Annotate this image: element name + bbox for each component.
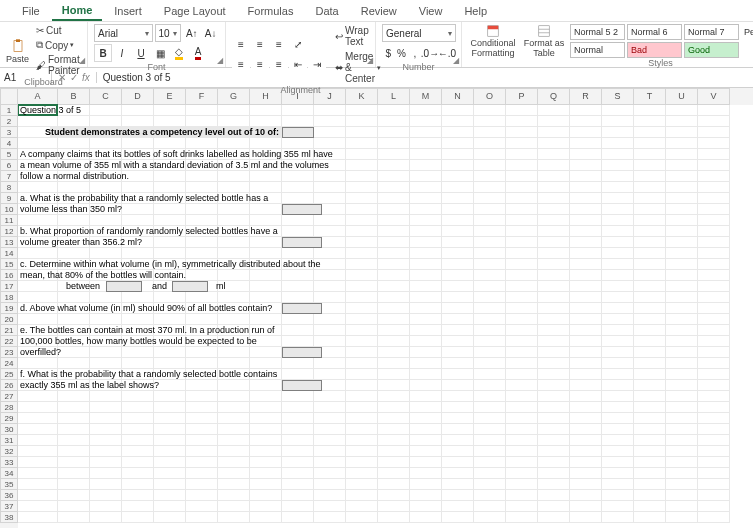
row-header-25[interactable]: 25 (0, 369, 18, 380)
shrink-font-button[interactable]: A↓ (202, 24, 219, 42)
row-header-18[interactable]: 18 (0, 292, 18, 303)
row-header-15[interactable]: 15 (0, 259, 18, 270)
row-header-20[interactable]: 20 (0, 314, 18, 325)
row-header-6[interactable]: 6 (0, 160, 18, 171)
col-header-V[interactable]: V (698, 88, 730, 105)
align-top-button[interactable]: ≡ (232, 36, 250, 54)
fill-color-button[interactable]: ◇ (170, 44, 188, 62)
inc-decimal-button[interactable]: .0→ (422, 44, 438, 62)
tab-help[interactable]: Help (454, 2, 497, 20)
percent-button[interactable]: % (395, 44, 407, 62)
row-header-13[interactable]: 13 (0, 237, 18, 248)
col-header-F[interactable]: F (186, 88, 218, 105)
row-header-23[interactable]: 23 (0, 347, 18, 358)
col-header-C[interactable]: C (90, 88, 122, 105)
format-painter-button[interactable]: 🖌Format Painter (33, 53, 83, 77)
align-middle-button[interactable]: ≡ (251, 36, 269, 54)
tab-home[interactable]: Home (52, 1, 103, 21)
style-normal7[interactable]: Normal 7 (684, 24, 739, 40)
font-color-button[interactable]: A (189, 44, 207, 62)
row-header-7[interactable]: 7 (0, 171, 18, 182)
tab-data[interactable]: Data (305, 2, 348, 20)
style-normal52[interactable]: Normal 5 2 (570, 24, 625, 40)
col-header-N[interactable]: N (442, 88, 474, 105)
tab-insert[interactable]: Insert (104, 2, 152, 20)
style-bad[interactable]: Bad (627, 42, 682, 58)
row-header-17[interactable]: 17 (0, 281, 18, 292)
dialog-launcher-icon[interactable]: ◢ (79, 56, 85, 65)
row-header-9[interactable]: 9 (0, 193, 18, 204)
row-header-36[interactable]: 36 (0, 490, 18, 501)
row-header-16[interactable]: 16 (0, 270, 18, 281)
answer-box-f[interactable] (282, 380, 322, 391)
col-header-L[interactable]: L (378, 88, 410, 105)
tab-view[interactable]: View (409, 2, 453, 20)
row-header-4[interactable]: 4 (0, 138, 18, 149)
col-header-M[interactable]: M (410, 88, 442, 105)
col-header-R[interactable]: R (570, 88, 602, 105)
paste-button[interactable]: Paste (6, 34, 29, 68)
row-header-32[interactable]: 32 (0, 446, 18, 457)
tab-formulas[interactable]: Formulas (238, 2, 304, 20)
answer-box-c2[interactable] (172, 281, 208, 292)
row-header-21[interactable]: 21 (0, 325, 18, 336)
underline-button[interactable]: U (132, 44, 150, 62)
bold-button[interactable]: B (94, 44, 112, 62)
dialog-launcher-icon[interactable]: ◢ (453, 56, 459, 65)
copy-button[interactable]: ⧉Copy▾ (33, 38, 83, 52)
answer-box-a[interactable] (282, 204, 322, 215)
row-header-34[interactable]: 34 (0, 468, 18, 479)
row-header-27[interactable]: 27 (0, 391, 18, 402)
style-normal[interactable]: Normal (570, 42, 625, 58)
cut-button[interactable]: ✂Cut (33, 24, 83, 37)
tab-review[interactable]: Review (351, 2, 407, 20)
row-header-8[interactable]: 8 (0, 182, 18, 193)
indent-inc-button[interactable]: ⇥ (308, 56, 326, 74)
row-header-14[interactable]: 14 (0, 248, 18, 259)
align-right-button[interactable]: ≡ (270, 56, 288, 74)
answer-box-b[interactable] (282, 237, 322, 248)
orientation-button[interactable]: ⤢ (289, 36, 307, 54)
row-header-11[interactable]: 11 (0, 215, 18, 226)
answer-box-e[interactable] (282, 347, 322, 358)
col-header-O[interactable]: O (474, 88, 506, 105)
row-header-2[interactable]: 2 (0, 116, 18, 127)
row-header-26[interactable]: 26 (0, 380, 18, 391)
align-bottom-button[interactable]: ≡ (270, 36, 288, 54)
col-header-T[interactable]: T (634, 88, 666, 105)
row-header-22[interactable]: 22 (0, 336, 18, 347)
row-header-38[interactable]: 38 (0, 512, 18, 523)
italic-button[interactable]: I (113, 44, 131, 62)
row-header-35[interactable]: 35 (0, 479, 18, 490)
row-header-3[interactable]: 3 (0, 127, 18, 138)
font-size-select[interactable]: 10▾ (155, 24, 182, 42)
col-header-Q[interactable]: Q (538, 88, 570, 105)
fx-icon[interactable]: fx (82, 72, 90, 83)
cell-styles-gallery[interactable]: Normal 5 2 Normal 6 Normal 7 Percent 2 P… (570, 24, 753, 58)
row-header-24[interactable]: 24 (0, 358, 18, 369)
dialog-launcher-icon[interactable]: ◢ (217, 56, 223, 65)
col-header-P[interactable]: P (506, 88, 538, 105)
tab-pagelayout[interactable]: Page Layout (154, 2, 236, 20)
row-header-19[interactable]: 19 (0, 303, 18, 314)
row-header-30[interactable]: 30 (0, 424, 18, 435)
conditional-formatting-button[interactable]: ConditionalFormatting (468, 24, 518, 58)
accounting-button[interactable]: $ (382, 44, 394, 62)
row-header-37[interactable]: 37 (0, 501, 18, 512)
indent-dec-button[interactable]: ⇤ (289, 56, 307, 74)
style-percent2[interactable]: Percent 2 (741, 24, 753, 40)
row-header-10[interactable]: 10 (0, 204, 18, 215)
col-header-U[interactable]: U (666, 88, 698, 105)
style-good[interactable]: Good (684, 42, 739, 58)
align-left-button[interactable]: ≡ (232, 56, 250, 74)
col-header-D[interactable]: D (122, 88, 154, 105)
select-all-corner[interactable] (0, 88, 18, 105)
answer-box-d[interactable] (282, 303, 322, 314)
dialog-launcher-icon[interactable]: ◢ (367, 56, 373, 65)
number-format-select[interactable]: General▾ (382, 24, 456, 42)
row-header-28[interactable]: 28 (0, 402, 18, 413)
answer-box-c1[interactable] (106, 281, 142, 292)
col-header-E[interactable]: E (154, 88, 186, 105)
col-header-S[interactable]: S (602, 88, 634, 105)
row-header-1[interactable]: 1 (0, 105, 18, 116)
